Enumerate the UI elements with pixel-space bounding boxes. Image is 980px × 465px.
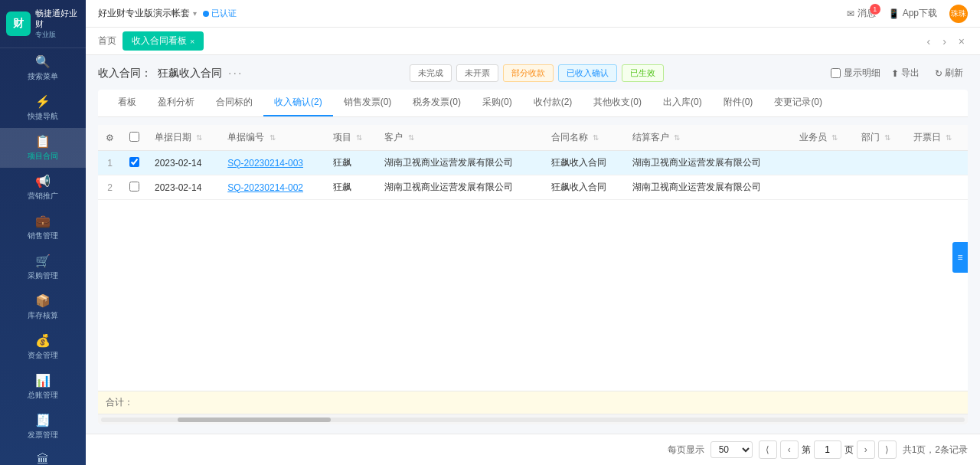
sidebar-item-7[interactable]: 💰 资金管理	[0, 327, 86, 367]
horizontal-scrollbar[interactable]	[98, 414, 968, 424]
first-page-button[interactable]: ⟨	[759, 440, 777, 459]
status-partial-payment[interactable]: 部分收款	[503, 64, 554, 82]
nav-icon-10: 🏛	[37, 453, 49, 465]
sub-tab-4[interactable]: 销售发票(0)	[333, 90, 403, 116]
row-date-0: 2023-02-14	[147, 151, 220, 175]
main-body: 收入合同： 狂飙收入合同 ··· 未完成 未开票 部分收款 已收入确认 已生效 …	[86, 55, 980, 434]
sidebar-item-9[interactable]: 🧾 发票管理	[0, 407, 86, 447]
sort-invoicedate-icon[interactable]: ⇅	[946, 133, 952, 142]
per-page-select[interactable]: 50 20 100	[710, 441, 753, 458]
sort-settlement-icon[interactable]: ⇅	[674, 133, 680, 142]
sidebar-item-1[interactable]: ⚡ 快捷导航	[0, 88, 86, 128]
col-select-all[interactable]	[122, 125, 147, 151]
col-department: 部门 ⇅	[854, 125, 906, 151]
sidebar-item-0[interactable]: 🔍 搜索菜单	[0, 48, 86, 88]
tab-nav-close[interactable]: ×	[956, 34, 968, 49]
message-button[interactable]: ✉ 消息 1	[847, 7, 876, 20]
row-check-1[interactable]	[122, 175, 147, 200]
prev-page-button[interactable]: ‹	[780, 440, 799, 459]
table-row[interactable]: 1 2023-02-14 SQ-20230214-003 狂飙 湖南卫视商业运营…	[98, 151, 968, 175]
nav-icon-5: 🛒	[35, 254, 51, 268]
status-uninvoiced[interactable]: 未开票	[456, 64, 498, 82]
col-order-no: 单据编号 ⇅	[220, 125, 325, 151]
row-department-0	[854, 151, 906, 175]
sort-project-icon[interactable]: ⇅	[356, 133, 362, 142]
sort-customer-icon[interactable]: ⇅	[408, 133, 414, 142]
status-effective[interactable]: 已生效	[622, 64, 664, 82]
sidebar-item-3[interactable]: 📢 营销推广	[0, 168, 86, 208]
row-num-1: 2	[98, 175, 122, 200]
status-confirmed[interactable]: 已收入确认	[558, 64, 617, 82]
show-details-label: 显示明细	[844, 67, 880, 80]
col-invoice-date: 开票日 ⇅	[906, 125, 968, 151]
status-incomplete[interactable]: 未完成	[410, 64, 452, 82]
row-num-0: 1	[98, 151, 122, 175]
sub-tab-7[interactable]: 收付款(2)	[523, 90, 583, 116]
settings-icon[interactable]: ⚙	[106, 133, 114, 143]
sort-salesperson-icon[interactable]: ⇅	[831, 133, 838, 142]
sidebar-nav: 🔍 搜索菜单 ⚡ 快捷导航 📋 项目合同 📢 营销推广 💼 销售管理 🛒 采购管…	[0, 48, 86, 465]
row-orderno-0[interactable]: SQ-20230214-003	[220, 151, 325, 175]
sidebar-item-5[interactable]: 🛒 采购管理	[0, 247, 86, 287]
sidebar-item-4[interactable]: 💼 销售管理	[0, 208, 86, 247]
show-details-checkbox[interactable]: 显示明细	[831, 67, 880, 80]
refresh-button[interactable]: ↻ 刷新	[930, 64, 968, 82]
row-salesperson-0	[792, 151, 854, 175]
tab-close-icon[interactable]: ×	[190, 37, 194, 46]
right-actions: 显示明细 ⬆ 导出 ↻ 刷新	[831, 64, 968, 82]
sub-tab-2[interactable]: 合同标的	[205, 90, 263, 116]
scroll-thumb[interactable]	[178, 418, 331, 422]
active-tab[interactable]: 收入合同看板 ×	[122, 31, 204, 51]
app-download-button[interactable]: 📱 App下载	[888, 7, 937, 20]
contract-more-button[interactable]: ···	[228, 67, 243, 80]
verified-dot	[203, 11, 209, 17]
app-header: 好业财专业版演示帐套 ▾ 已认证 ✉ 消息 1 📱 App下载 珠珠	[86, 0, 980, 28]
sidebar-item-2[interactable]: 📋 项目合同	[0, 128, 86, 168]
sub-tab-6[interactable]: 采购(0)	[472, 90, 523, 116]
sub-tab-8[interactable]: 其他收支(0)	[583, 90, 652, 116]
home-breadcrumb[interactable]: 首页	[98, 34, 116, 47]
message-icon: ✉	[847, 8, 854, 19]
sub-tab-5[interactable]: 税务发票(0)	[402, 90, 472, 116]
row-orderno-1[interactable]: SQ-20230214-002	[220, 175, 325, 200]
download-label: App下载	[903, 7, 937, 20]
last-page-button[interactable]: ⟩	[878, 440, 897, 459]
row-settlement-1: 湖南卫视商业运营发展有限公司	[625, 175, 792, 200]
total-label: 合计：	[106, 396, 133, 409]
sidebar-item-10[interactable]: 🏛 税务管理	[0, 447, 86, 465]
company-selector[interactable]: 好业财专业版演示帐套 ▾	[98, 7, 197, 20]
row-customer-1: 湖南卫视商业运营发展有限公司	[377, 175, 544, 200]
refresh-label: 刷新	[945, 67, 963, 80]
refresh-icon: ↻	[935, 68, 942, 79]
sub-tab-10[interactable]: 附件(0)	[713, 90, 764, 116]
sub-tab-3[interactable]: 收入确认(2)	[263, 90, 333, 116]
sub-tab-0[interactable]: 看板	[107, 90, 147, 116]
page-number-input[interactable]	[814, 440, 841, 459]
tab-nav-prev[interactable]: ‹	[923, 34, 933, 49]
next-page-button[interactable]: ›	[857, 440, 875, 459]
sort-contract-icon[interactable]: ⇅	[593, 133, 599, 142]
sub-tab-11[interactable]: 变更记录(0)	[763, 90, 833, 116]
sort-dept-icon[interactable]: ⇅	[884, 133, 890, 142]
nav-label-4: 销售管理	[28, 231, 58, 241]
show-details-input[interactable]	[831, 68, 841, 78]
table-wrapper[interactable]: ⚙ 单据日期 ⇅ 单据编号 ⇅ 项目 ⇅ 客户 ⇅ 合同名称 ⇅ 结	[98, 125, 968, 391]
company-name: 好业财专业版演示帐套	[98, 7, 190, 20]
sidebar-item-6[interactable]: 📦 库存核算	[0, 287, 86, 327]
sub-tab-1[interactable]: 盈利分析	[147, 90, 205, 116]
select-all-checkbox[interactable]	[129, 132, 139, 142]
app-logo: 财 畅捷通好业财 专业版	[0, 0, 86, 48]
export-button[interactable]: ⬆ 导出	[887, 64, 924, 82]
header-right: ✉ 消息 1 📱 App下载 珠珠	[847, 5, 968, 23]
user-avatar-button[interactable]: 珠珠	[949, 5, 968, 23]
sort-orderno-icon[interactable]: ⇅	[270, 133, 276, 142]
table-row[interactable]: 2 2023-02-14 SQ-20230214-002 狂飙 湖南卫视商业运营…	[98, 175, 968, 200]
sidebar-item-8[interactable]: 📊 总账管理	[0, 367, 86, 407]
row-check-0[interactable]	[122, 151, 147, 175]
right-panel-toggle[interactable]: ≡	[952, 242, 968, 273]
sort-date-icon[interactable]: ⇅	[196, 133, 202, 142]
tab-nav-next[interactable]: ›	[939, 34, 949, 49]
nav-label-0: 搜索菜单	[28, 71, 58, 82]
main-content: 好业财专业版演示帐套 ▾ 已认证 ✉ 消息 1 📱 App下载 珠珠	[86, 0, 980, 465]
sub-tab-9[interactable]: 出入库(0)	[652, 90, 713, 116]
